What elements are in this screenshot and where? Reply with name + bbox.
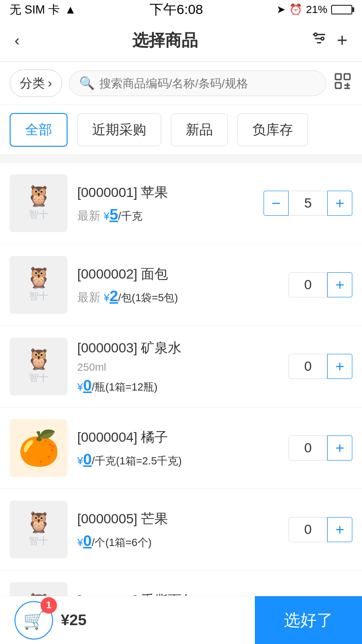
svg-point-3 (314, 33, 317, 36)
product-thumbnail: 🍊 (10, 419, 68, 477)
increase-quantity-button[interactable]: + (327, 517, 352, 542)
decrease-quantity-button[interactable]: − (264, 191, 289, 216)
increase-quantity-button[interactable]: + (327, 191, 352, 216)
tab-new[interactable]: 新品 (171, 113, 228, 146)
product-price: ¥0/个(1箱=6个) (77, 532, 279, 550)
product-name: [0000005] 芒果 (77, 510, 279, 528)
tab-recent-purchase[interactable]: 近期采购 (77, 113, 161, 146)
increase-quantity-button[interactable]: + (327, 354, 352, 379)
product-price: 最新 ¥2/包(1袋=5包) (77, 287, 279, 305)
status-left: 无 SIM 卡 ▲ (10, 2, 76, 17)
product-spec: 250ml (77, 361, 279, 374)
cart-icon-button[interactable]: 🛒 1 (14, 601, 53, 640)
tab-negative-stock[interactable]: 负库存 (237, 113, 308, 146)
product-info: [0000001] 苹果 最新 ¥5/千克 (68, 183, 264, 224)
page-title: 选择商品 (132, 29, 198, 52)
placeholder-owl-icon: 🦉 (26, 267, 51, 288)
cart-total: ¥25 (61, 611, 86, 629)
product-quantity-control: + (289, 354, 352, 379)
increase-quantity-button[interactable]: + (327, 272, 352, 297)
product-name: [0000003] 矿泉水 (77, 339, 279, 357)
filter-bar: 分类 › 🔍 (0, 62, 362, 105)
product-price: ¥0/千克(1箱=2.5千克) (77, 450, 279, 468)
placeholder-owl-icon: 🦉 (26, 186, 51, 206)
carrier-label: 无 SIM 卡 (10, 2, 60, 17)
scan-icon[interactable] (333, 71, 352, 95)
svg-rect-7 (335, 83, 341, 88)
placeholder-owl-icon: 🦉 (26, 512, 51, 532)
status-bar: 无 SIM 卡 ▲ 下午6:08 ➤ ⏰ 21% (0, 0, 362, 19)
product-info: [0000004] 橘子 ¥0/千克(1箱=2.5千克) (68, 428, 289, 468)
svg-rect-5 (335, 74, 341, 80)
product-name: [0000004] 橘子 (77, 428, 279, 447)
chevron-right-icon: › (48, 76, 52, 91)
bottom-bar: 🛒 1 ¥25 选好了 (0, 596, 362, 644)
product-price: ¥0/瓶(1箱=12瓶) (77, 377, 279, 394)
svg-rect-6 (344, 74, 350, 80)
add-button[interactable]: + (337, 30, 348, 51)
category-tabs: 全部 近期采购 新品 负库存 (0, 105, 362, 155)
cart-section: 🛒 1 ¥25 (0, 601, 255, 640)
filter-icon[interactable] (311, 30, 327, 50)
placeholder-owl-icon: 🦉 (26, 349, 51, 369)
svg-point-4 (321, 37, 324, 40)
product-thumbnail: 🦉 智十 (10, 174, 68, 232)
product-quantity-control: + (289, 435, 352, 461)
list-item: 🦉 智十 [0000001] 苹果 最新 ¥5/千克 − + (0, 163, 362, 244)
wifi-icon: ▲ (65, 3, 76, 16)
quantity-input[interactable] (289, 354, 327, 379)
list-item: 🍊 [0000004] 橘子 ¥0/千克(1箱=2.5千克) + (0, 407, 362, 489)
quantity-input[interactable] (289, 435, 327, 461)
cart-icon: 🛒 (23, 610, 45, 630)
increase-quantity-button[interactable]: + (327, 435, 352, 461)
product-quantity-control: + (289, 517, 352, 542)
battery-icon (331, 5, 352, 14)
quantity-input[interactable] (289, 272, 327, 297)
nav-right: + (311, 30, 348, 51)
quantity-input[interactable] (289, 517, 327, 542)
nav-bar: ‹ 选择商品 + (0, 19, 362, 62)
category-label: 分类 (20, 75, 45, 92)
product-thumbnail: 🦉 智十 (10, 337, 68, 395)
quantity-input[interactable] (289, 191, 327, 216)
product-info: [0000002] 面包 最新 ¥2/包(1袋=5包) (68, 265, 289, 305)
status-time: 下午6:08 (150, 0, 203, 19)
product-list: 🦉 智十 [0000001] 苹果 最新 ¥5/千克 − + 🦉 智十 [000… (0, 163, 362, 644)
battery-label: 21% (306, 3, 327, 16)
product-quantity-control: − + (264, 191, 352, 216)
list-item: 🦉 智十 [0000005] 芒果 ¥0/个(1箱=6个) + (0, 489, 362, 571)
product-name: [0000002] 面包 (77, 265, 279, 283)
search-icon: 🔍 (79, 76, 95, 91)
product-price: 最新 ¥5/千克 (77, 206, 254, 224)
tab-all[interactable]: 全部 (10, 113, 68, 147)
product-name: [0000001] 苹果 (77, 183, 254, 202)
nav-left: ‹ (14, 31, 20, 49)
product-thumbnail: 🦉 智十 (10, 256, 68, 314)
back-button[interactable]: ‹ (14, 31, 20, 49)
cart-badge: 1 (41, 597, 57, 614)
divider (0, 155, 362, 163)
product-info: [0000003] 矿泉水 250ml ¥0/瓶(1箱=12瓶) (68, 339, 289, 394)
search-input[interactable] (99, 77, 316, 90)
product-info: [0000005] 芒果 ¥0/个(1箱=6个) (68, 510, 289, 550)
list-item: 🦉 智十 [0000002] 面包 最新 ¥2/包(1袋=5包) + (0, 244, 362, 326)
alarm-icon: ⏰ (289, 3, 302, 16)
product-thumbnail: 🦉 智十 (10, 501, 68, 559)
search-box: 🔍 (69, 70, 326, 96)
category-filter-button[interactable]: 分类 › (10, 70, 62, 97)
list-item: 🦉 智十 [0000003] 矿泉水 250ml ¥0/瓶(1箱=12瓶) + (0, 326, 362, 407)
location-icon: ➤ (277, 3, 285, 16)
status-right: ➤ ⏰ 21% (277, 3, 352, 16)
confirm-selection-button[interactable]: 选好了 (255, 596, 362, 644)
product-quantity-control: + (289, 272, 352, 297)
